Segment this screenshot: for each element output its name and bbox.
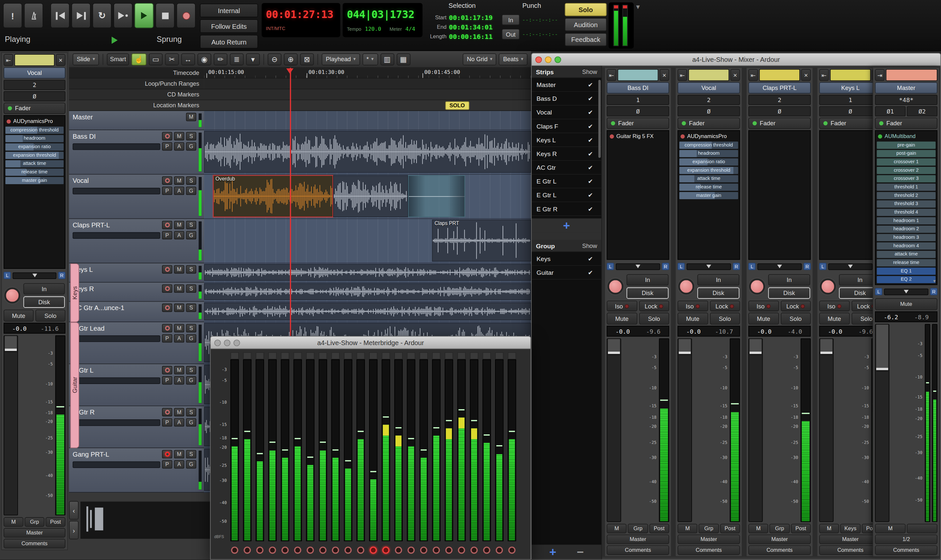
track-automation-button[interactable]: A [174,334,184,343]
track-solo-button[interactable]: S [186,284,196,293]
record-arm-button[interactable] [678,278,695,294]
input-chevron-icon[interactable]: ⇤ [819,69,829,81]
group-tab-guitar[interactable]: Guitar [70,322,80,448]
solo-lock-button[interactable]: Lock [780,301,811,311]
audio-region-overdub[interactable]: Overdub [213,175,333,217]
group-button[interactable]: Grp [25,517,45,527]
audition-indicator-button[interactable]: Audition [565,18,607,31]
meterbridge-record-button[interactable] [419,546,428,554]
selection-length-value[interactable]: 00:00:16:11 [449,33,493,40]
plugin-row[interactable]: AUDynamicsPro [679,132,738,141]
tool-cut[interactable]: ✂ [165,53,179,65]
plugin-row[interactable]: Guitar Rig 5 FX [608,132,667,141]
track-lane-bass-di[interactable] [204,130,531,175]
strip-name-button[interactable]: Vocal [678,82,740,94]
strip-name-button[interactable]: Bass DI [607,82,669,94]
track-group-button[interactable]: G [186,418,196,426]
track-lane-vocal[interactable]: Overdub [204,175,531,219]
punch-in-button[interactable]: In [502,14,520,25]
gain-fader[interactable] [819,338,834,522]
fader-processor[interactable]: Fader [748,118,811,129]
strip-list-item-keys-r[interactable]: Keys R✔ [532,147,601,161]
strip-list-item-claps-f[interactable]: Claps F✔ [532,119,601,133]
ruler-cd-markers[interactable] [204,89,531,100]
mixer-strip-keys-l[interactable]: ⇤×Keys L1ØFaderLRInDiskIsoLockMuteSolo-0… [817,67,873,557]
audio-region[interactable] [204,264,531,281]
group-button[interactable]: Grp [770,524,790,533]
solo-isolate-button[interactable]: Iso [819,301,850,311]
strip-color-swatch[interactable] [886,69,937,81]
pan-left-button[interactable]: L [875,288,882,295]
plugin-row[interactable]: AUMultiband [877,132,936,141]
group-tab-keys[interactable]: Keys [70,263,80,322]
processor-box[interactable]: AUDynamicsProcompression thresholdheadro… [4,115,65,269]
track-record-arm-button[interactable] [162,265,172,274]
loop-button[interactable]: ↻ [92,3,112,28]
track-mute-button[interactable]: M [186,113,196,122]
track-gain-fader[interactable] [72,461,160,468]
mixer-strips-view-icon[interactable]: ▥ [380,53,394,65]
tool-contents[interactable]: ≣ [230,53,243,65]
plugin-control[interactable]: attack time [6,160,64,168]
meterbridge-record-button[interactable] [281,546,289,554]
post-button[interactable]: Post [861,524,873,533]
feedback-indicator-button[interactable]: Feedback [565,33,607,46]
audio-region[interactable] [204,302,531,320]
toolbar-collapse-icon[interactable]: ▾ [636,2,640,11]
grid-unit-dropdown[interactable]: Beats▾ [499,53,527,65]
track-header-vocal[interactable]: VocalMSPAG [69,175,204,219]
metering-point-button[interactable]: M [607,524,627,533]
solo-isolate-button[interactable]: Iso [678,301,708,311]
plugin-control[interactable]: master gain [679,192,738,199]
strip-color-swatch[interactable] [759,69,800,81]
group-button[interactable]: Keys [840,524,860,533]
metronome-button[interactable] [24,3,43,28]
plugin-control[interactable]: crossover 2 [877,167,936,174]
pan-slider[interactable] [884,288,929,295]
group-button[interactable]: Grp [628,524,648,533]
plugin-control[interactable]: headroom 3 [877,234,936,241]
marker-action-dropdown[interactable]: *▾ [362,53,378,65]
disk-monitor-button[interactable]: Disk [627,287,668,298]
add-group-button[interactable]: + [549,546,556,558]
meterbridge-record-button[interactable] [344,546,353,554]
fader-handle[interactable] [750,352,762,354]
strip-visible-check[interactable]: ✔ [588,95,596,102]
processor-box[interactable]: AUMultibandpre-gainpost-gaincrossover 1c… [875,130,937,285]
track-automation-button[interactable]: A [174,142,184,151]
summary-scroll-right-button[interactable]: › [69,521,79,539]
pan-right-button[interactable]: R [930,288,937,295]
strip-visible-check[interactable]: ✔ [588,150,596,157]
track-group-button[interactable]: G [186,334,196,343]
processor-box[interactable] [819,130,873,260]
input-chevron-icon[interactable]: ⇤ [678,69,687,81]
track-automation-button[interactable]: A [174,418,184,426]
solo-button[interactable]: Solo [780,313,811,325]
meterbridge-record-button[interactable] [508,546,516,554]
meterbridge-record-button[interactable] [319,546,327,554]
auto-return-button[interactable]: Auto Return [200,35,258,48]
meterbridge-record-button[interactable] [256,546,264,554]
solo-isolate-button[interactable]: Iso [607,301,637,311]
midi-panic-button[interactable]: ! [3,3,22,28]
pan-slider[interactable] [616,263,660,269]
strip-name-button[interactable]: Master [875,82,937,94]
meterbridge-record-button[interactable] [306,546,314,554]
gain-fader[interactable] [875,324,889,522]
track-solo-button[interactable]: S [186,176,196,185]
track-record-arm-button[interactable] [162,408,172,416]
track-header-keys-r[interactable]: Keys RMS [69,283,204,302]
meterbridge-record-button[interactable] [432,546,441,554]
plugin-control[interactable]: compression threshold [679,142,738,149]
ruler-location-markers[interactable]: SOLO [204,100,531,111]
track-record-arm-button[interactable] [162,132,172,141]
tool-draw[interactable]: ✏ [214,53,227,65]
pan-slider[interactable] [828,263,873,269]
track-header-e-gtr-lead[interactable]: E Gtr LeadMSPAG [69,322,204,364]
pan-right-button[interactable]: R [662,263,669,270]
gain-fader[interactable] [748,338,763,522]
track-playlist-button[interactable]: P [162,186,172,195]
plugin-control[interactable]: release time [877,259,936,266]
goto-start-button[interactable] [50,3,70,28]
strip-list-item-vocal[interactable]: Vocal✔ [532,106,601,119]
